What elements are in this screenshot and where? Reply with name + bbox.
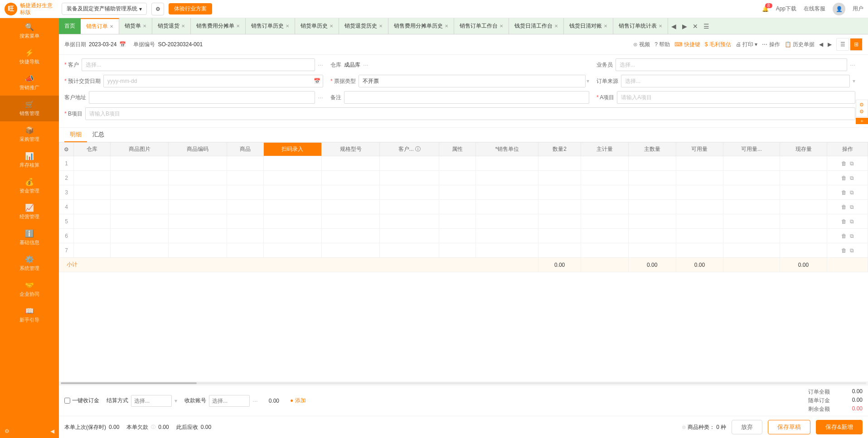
- row-unit-6[interactable]: [476, 229, 538, 243]
- customer-input[interactable]: [82, 58, 315, 71]
- row-unit-7[interactable]: [476, 243, 538, 258]
- row-scan-6[interactable]: [263, 229, 321, 243]
- industry-btn[interactable]: 体验行业方案: [169, 3, 212, 14]
- tab-close-return-history[interactable]: ✕: [379, 24, 383, 29]
- sidebar-settings-icon[interactable]: ⚙: [5, 428, 10, 434]
- row-customer-1[interactable]: [380, 156, 439, 171]
- row-image-1[interactable]: [110, 156, 168, 171]
- warehouse-more-btn[interactable]: ···: [363, 61, 369, 68]
- copy-icon-4[interactable]: ⧉: [850, 204, 854, 210]
- add-material-btn[interactable]: +物料: [856, 118, 868, 124]
- delivery-date-input[interactable]: [103, 75, 323, 87]
- copy-icon-3[interactable]: ⧉: [850, 189, 854, 196]
- row-main-unit-4[interactable]: [581, 200, 629, 214]
- sidebar-item-marketing[interactable]: 📣 营销推广: [0, 70, 59, 96]
- row-avail-qty-4[interactable]: [676, 200, 723, 214]
- row-qty2-6[interactable]: [538, 229, 581, 243]
- row-product-2[interactable]: [227, 171, 263, 185]
- row-main-qty-4[interactable]: [628, 200, 676, 214]
- tab-invoice-history[interactable]: 销货单历史 ✕: [295, 18, 339, 34]
- row-attr-7[interactable]: [439, 243, 476, 258]
- row-main-unit-6[interactable]: [581, 229, 629, 243]
- tab-sales-expense[interactable]: 销售费用分摊单 ✕: [191, 18, 246, 34]
- row-main-qty-5[interactable]: [628, 214, 676, 229]
- row-main-qty-2[interactable]: [628, 171, 676, 185]
- row-scan-4[interactable]: [263, 200, 321, 214]
- row-avail-qty2-3[interactable]: [723, 185, 780, 200]
- profit-btn[interactable]: $ 毛利预估: [705, 41, 731, 48]
- tab-close-history[interactable]: ✕: [286, 24, 289, 29]
- row-avail-qty2-2[interactable]: [723, 171, 780, 185]
- row-warehouse-7[interactable]: [74, 243, 111, 258]
- row-code-3[interactable]: [169, 185, 227, 200]
- row-image-6[interactable]: [110, 229, 168, 243]
- tab-close-daily-workbench[interactable]: ✕: [554, 24, 558, 29]
- row-current-qty-1[interactable]: [780, 156, 827, 171]
- tab-sales-invoice[interactable]: 销货单 ✕: [119, 18, 152, 34]
- row-avail-qty-3[interactable]: [676, 185, 723, 200]
- grid-view-btn[interactable]: ⊞: [850, 38, 863, 51]
- sidebar-item-operation[interactable]: 📈 经营管理: [0, 199, 59, 225]
- header-prev-btn[interactable]: ◀: [819, 41, 823, 48]
- row-attr-5[interactable]: [439, 214, 476, 229]
- row-current-qty-7[interactable]: [780, 243, 827, 258]
- sidebar-item-finance[interactable]: 💰 资金管理: [0, 173, 59, 199]
- row-code-2[interactable]: [169, 171, 227, 185]
- row-qty2-7[interactable]: [538, 243, 581, 258]
- row-qty2-3[interactable]: [538, 185, 581, 200]
- row-code-7[interactable]: [169, 243, 227, 258]
- sidebar-item-basic-info[interactable]: ℹ️ 基础信息: [0, 225, 59, 250]
- settings-button[interactable]: ⚙: [151, 3, 164, 15]
- row-attr-1[interactable]: [439, 156, 476, 171]
- row-spec-4[interactable]: [322, 200, 380, 214]
- row-spec-7[interactable]: [322, 243, 380, 258]
- col-settings[interactable]: ⚙: [59, 143, 74, 156]
- tab-sales-history[interactable]: 销售订单历史 ✕: [246, 18, 295, 34]
- row-scan-2[interactable]: [263, 171, 321, 185]
- row-qty2-2[interactable]: [538, 171, 581, 185]
- row-unit-3[interactable]: [476, 185, 538, 200]
- tab-daily-reconcile[interactable]: 钱货日清对账 ✕: [564, 18, 613, 34]
- tab-close-invoice-history[interactable]: ✕: [330, 24, 333, 29]
- sidebar-item-enterprise[interactable]: 🤝 企业协同: [0, 276, 59, 302]
- account-input[interactable]: [209, 395, 250, 407]
- row-current-qty-2[interactable]: [780, 171, 827, 185]
- sidebar-collapse-icon[interactable]: ◀: [50, 428, 54, 434]
- row-avail-qty-5[interactable]: [676, 214, 723, 229]
- row-code-4[interactable]: [169, 200, 227, 214]
- delivery-calendar-icon[interactable]: 📅: [314, 78, 320, 84]
- project-b-input[interactable]: [85, 107, 855, 120]
- copy-icon-6[interactable]: ⧉: [850, 233, 854, 239]
- row-warehouse-5[interactable]: [74, 214, 111, 229]
- tab-close-sales-return[interactable]: ✕: [181, 24, 185, 29]
- row-unit-1[interactable]: [476, 156, 538, 171]
- row-customer-7[interactable]: [380, 243, 439, 258]
- online-service-link[interactable]: 在线客服: [804, 5, 825, 13]
- delete-icon-3[interactable]: 🗑: [841, 189, 847, 196]
- tab-close-workbench[interactable]: ✕: [499, 24, 503, 29]
- project-a-input[interactable]: [617, 91, 855, 104]
- row-code-5[interactable]: [169, 214, 227, 229]
- add-payment-btn[interactable]: ● 添加: [290, 397, 306, 404]
- save-draft-btn[interactable]: 保存草稿: [768, 420, 810, 434]
- row-main-unit-2[interactable]: [581, 171, 629, 185]
- customer-more-btn[interactable]: ···: [318, 61, 323, 68]
- row-code-1[interactable]: [169, 156, 227, 171]
- row-avail-qty-6[interactable]: [676, 229, 723, 243]
- tab-close-sales-order[interactable]: ✕: [110, 24, 113, 29]
- row-avail-qty2-7[interactable]: [723, 243, 780, 258]
- row-customer-5[interactable]: [380, 214, 439, 229]
- row-customer-4[interactable]: [380, 200, 439, 214]
- row-image-2[interactable]: [110, 171, 168, 185]
- row-avail-qty2-5[interactable]: [723, 214, 780, 229]
- row-warehouse-2[interactable]: [74, 171, 111, 185]
- sidebar-item-inventory[interactable]: 📊 库存核算: [0, 147, 59, 173]
- row-main-qty-6[interactable]: [628, 229, 676, 243]
- copy-icon-1[interactable]: ⧉: [850, 160, 854, 167]
- row-product-4[interactable]: [227, 200, 263, 214]
- row-spec-3[interactable]: [322, 185, 380, 200]
- row-current-qty-4[interactable]: [780, 200, 827, 214]
- tab-sales-order[interactable]: 销售订单 ✕: [81, 18, 119, 34]
- ops-btn[interactable]: ⋯ 操作: [762, 41, 780, 48]
- row-spec-1[interactable]: [322, 156, 380, 171]
